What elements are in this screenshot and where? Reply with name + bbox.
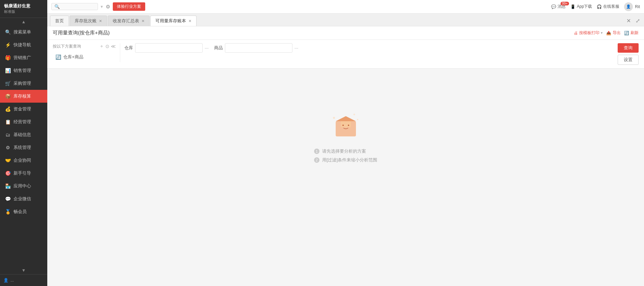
message-icon: 💬 — [551, 4, 556, 9]
dropdown-icon[interactable]: ▾ — [101, 4, 103, 9]
print-dropdown-icon[interactable]: ▾ — [601, 31, 603, 35]
refresh-icon: 🔄 — [624, 31, 629, 35]
message-button[interactable]: 💬 消息 99+ — [551, 4, 566, 9]
export-icon: 📤 — [606, 31, 611, 35]
search-input[interactable] — [61, 4, 95, 9]
message-badge: 99+ — [561, 2, 569, 5]
empty-illustration — [329, 108, 363, 141]
service-button[interactable]: 🎧 在线客服 — [597, 4, 619, 9]
sidebar-item-appstore[interactable]: 🏪 应用中心 — [0, 180, 47, 192]
sidebar-item-finance[interactable]: 💰 资金管理 — [0, 103, 47, 115]
scheme-collapse-btn[interactable]: ≪ — [111, 43, 116, 49]
tab-batch-close[interactable]: ✕ — [99, 19, 102, 23]
purchase-icon: 🛒 — [5, 80, 11, 86]
tab-close-btn[interactable]: ✕ — [625, 17, 632, 25]
warehouse-more-btn[interactable]: ··· — [205, 45, 209, 51]
tabs-bar: 首页 库存批次账 ✕ 收发存汇总表 ✕ 可用量库存账本 ✕ ✕ ⤢ — [47, 14, 644, 26]
refresh-button[interactable]: 🔄 刷新 — [624, 30, 639, 36]
warehouse-input[interactable] — [135, 43, 203, 53]
tip-item-1: 1 请先选择要分析的方案 — [314, 147, 377, 156]
tip-item-2: 2 用[过滤]条件来缩小分析范围 — [314, 156, 377, 164]
tab-collect-label: 收发存汇总表 — [113, 18, 139, 24]
phone-icon: 📱 — [570, 4, 575, 9]
gear-icon[interactable]: ⚙ — [106, 4, 110, 10]
scheme-actions: ＋ ⊙ ≪ — [99, 43, 116, 49]
tab-batch-ledger[interactable]: 库存批次账 ✕ — [70, 16, 107, 26]
brand-tag: 标准版 — [4, 9, 43, 14]
sidebar-item-nav[interactable]: ⚡ 快捷导航 — [0, 38, 47, 51]
print-icon: 🖨 — [574, 31, 578, 35]
sidebar-item-purchase[interactable]: 🛒 采购管理 — [0, 77, 47, 90]
tab-home[interactable]: 首页 — [50, 16, 69, 26]
scheme-settings-btn[interactable]: ⊙ — [105, 43, 109, 49]
tab-batch-label: 库存批次账 — [75, 18, 97, 24]
svg-point-6 — [357, 119, 358, 120]
inventory-icon: 📦 — [5, 93, 11, 99]
marketing-icon: 🎁 — [5, 55, 11, 61]
sidebar-item-wechat[interactable]: 💬 企业微信 — [0, 192, 47, 205]
sidebar-scroll-down[interactable]: ▼ — [0, 266, 47, 274]
sidebar-item-guide[interactable]: 🎯 新手引导 — [0, 167, 47, 180]
svg-point-7 — [353, 114, 355, 115]
guide-icon: 🎯 — [5, 170, 11, 176]
app-download-button[interactable]: 📱 App下载 — [570, 4, 592, 9]
tab-restore-btn[interactable]: ⤢ — [634, 17, 641, 25]
export-button[interactable]: 📤 导出 — [606, 30, 621, 36]
user-area[interactable]: 👤 Rit — [624, 2, 640, 11]
sidebar-item-inventory[interactable]: 📦 库存核算 — [0, 90, 47, 103]
tip-text-2: 用[过滤]条件来缩小分析范围 — [322, 156, 377, 164]
brand-area: 畅康通好生意 标准版 — [0, 0, 47, 18]
trial-button[interactable]: 体验行业方案 — [113, 2, 145, 11]
sidebar-item-operation[interactable]: 📋 经营管理 — [0, 115, 47, 128]
avatar: 👤 — [624, 2, 633, 11]
collab-icon: 🤝 — [5, 157, 11, 163]
system-icon: ⚙ — [5, 145, 11, 151]
operation-icon: 📋 — [5, 119, 11, 125]
product-more-btn[interactable]: ··· — [294, 45, 299, 51]
tab-collect-summary[interactable]: 收发存汇总表 ✕ — [108, 16, 150, 26]
product-field: 商品 ··· — [214, 43, 299, 53]
sidebar-item-collab[interactable]: 🤝 企业协同 — [0, 154, 47, 167]
settings-button[interactable]: 设置 — [618, 55, 639, 65]
svg-point-5 — [333, 117, 335, 119]
sidebar-item-basic[interactable]: 🗂 基础信息 — [0, 128, 47, 141]
product-input[interactable] — [225, 43, 292, 53]
finance-icon: 💰 — [5, 106, 11, 112]
tab-collect-close[interactable]: ✕ — [141, 19, 145, 23]
sidebar-item-search[interactable]: 🔍 搜索菜单 — [0, 26, 47, 38]
scheme-header: 按以下方案查询 ＋ ⊙ ≪ — [53, 43, 116, 49]
search-icon: 🔍 — [5, 29, 11, 35]
sidebar-item-system[interactable]: ⚙ 系统管理 — [0, 141, 47, 154]
sidebar-scroll-up[interactable]: ▲ — [0, 18, 47, 26]
page-title: 可用量查询(按仓库+商品) — [53, 30, 110, 36]
page-content: 可用量查询(按仓库+商品) 🖨 按模板打印 ▾ 📤 导出 🔄 刷新 — [47, 26, 644, 286]
tabs-actions: ✕ ⤢ — [625, 17, 641, 26]
print-button[interactable]: 🖨 按模板打印 ▾ — [574, 30, 603, 36]
basic-icon: 🗂 — [5, 132, 11, 138]
search-icon-top: 🔍 — [54, 4, 60, 9]
tip-text-1: 请先选择要分析的方案 — [322, 147, 366, 156]
sidebar-item-marketing[interactable]: 🎁 营销推广 — [0, 51, 47, 64]
sidebar-item-member[interactable]: 🏅 畅会员 — [0, 205, 47, 218]
svg-rect-2 — [341, 121, 351, 127]
topbar-right: 💬 消息 99+ 📱 App下载 🎧 在线客服 👤 Rit — [551, 2, 640, 11]
scheme-item-warehouse[interactable]: 🔄 仓库+商品 — [53, 52, 116, 62]
sidebar: 畅康通好生意 标准版 ▲ 🔍 搜索菜单 ⚡ 快捷导航 🎁 营销推广 📊 销售管理… — [0, 0, 47, 286]
brand-name: 畅康通好生意 — [4, 3, 43, 9]
query-btn-group: 查询 设置 — [618, 43, 639, 65]
sidebar-item-sales[interactable]: 📊 销售管理 — [0, 64, 47, 77]
scheme-add-btn[interactable]: ＋ — [99, 43, 104, 49]
headset-icon: 🎧 — [597, 4, 602, 9]
warehouse-label: 仓库 — [124, 45, 133, 51]
topbar: 🔍 ▾ ⚙ 体验行业方案 💬 消息 99+ 📱 App下载 🎧 在线客服 👤 R… — [47, 0, 644, 14]
scheme-item-icon: 🔄 — [55, 54, 61, 60]
tab-home-label: 首页 — [55, 18, 64, 24]
scheme-panel: 按以下方案查询 ＋ ⊙ ≪ 🔄 仓库+商品 — [53, 43, 120, 62]
query-button[interactable]: 查询 — [618, 43, 639, 53]
search-box[interactable]: 🔍 — [51, 3, 98, 10]
tab-available-ledger[interactable]: 可用量库存账本 ✕ — [150, 16, 197, 26]
tab-available-close[interactable]: ✕ — [188, 19, 191, 23]
scheme-title: 按以下方案查询 — [53, 44, 81, 49]
product-label: 商品 — [214, 45, 223, 51]
sidebar-bottom[interactable]: 👤 ... — [0, 274, 47, 286]
